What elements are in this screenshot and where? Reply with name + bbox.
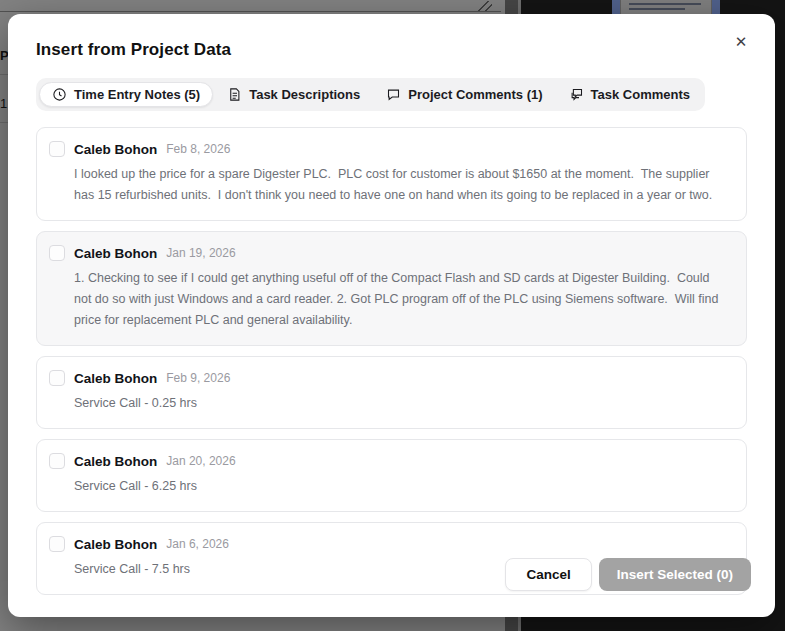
note-text: Service Call - 6.25 hrs	[74, 476, 730, 497]
background-row-divider	[0, 122, 8, 123]
note-list-item[interactable]: Caleb Bohon Jan 20, 2026 Service Call - …	[36, 439, 747, 512]
note-author: Caleb Bohon	[74, 142, 157, 157]
note-date: Feb 8, 2026	[166, 142, 230, 156]
note-checkbox[interactable]	[49, 141, 65, 157]
note-list-item[interactable]: Caleb Bohon Jan 19, 2026 1. Checking to …	[36, 231, 747, 346]
note-date: Jan 19, 2026	[166, 246, 235, 260]
background-textarea-edge	[0, 0, 501, 12]
background-scrollbar-strip	[712, 0, 720, 14]
note-author: Caleb Bohon	[74, 454, 157, 469]
note-header: Caleb Bohon Jan 19, 2026	[49, 245, 730, 261]
note-list-item[interactable]: Caleb Bohon Feb 9, 2026 Service Call - 0…	[36, 356, 747, 429]
tab-project-comments[interactable]: Project Comments (1)	[374, 82, 554, 107]
note-checkbox[interactable]	[49, 536, 65, 552]
dialog-tabbar: Time Entry Notes (5) Task Descriptions P…	[36, 78, 705, 111]
insert-from-project-data-dialog: Insert from Project Data ✕ Time Entry No…	[8, 14, 775, 617]
note-header: Caleb Bohon Feb 8, 2026	[49, 141, 730, 157]
note-date: Jan 6, 2026	[166, 537, 229, 551]
document-text-line	[629, 3, 701, 5]
textarea-resize-grip-icon	[476, 1, 492, 11]
background-row-divider	[0, 74, 8, 75]
comments-icon	[569, 87, 584, 102]
note-list-item[interactable]: Caleb Bohon Feb 8, 2026 I looked up the …	[36, 127, 747, 221]
note-checkbox[interactable]	[49, 370, 65, 386]
note-text: 1. Checking to see if I could get anythi…	[74, 268, 730, 331]
background-text-fragment: 1	[0, 96, 7, 111]
tab-task-comments[interactable]: Task Comments	[557, 82, 702, 107]
note-checkbox[interactable]	[49, 245, 65, 261]
note-header: Caleb Bohon Jan 6, 2026	[49, 536, 730, 552]
note-header: Caleb Bohon Jan 20, 2026	[49, 453, 730, 469]
insert-selected-button[interactable]: Insert Selected (0)	[599, 558, 751, 591]
tab-time-entry-notes[interactable]: Time Entry Notes (5)	[39, 82, 213, 107]
tab-label: Task Comments	[591, 87, 690, 102]
tab-label: Task Descriptions	[249, 87, 360, 102]
dialog-footer: Cancel Insert Selected (0)	[505, 558, 751, 591]
background-document-preview	[620, 0, 712, 14]
note-author: Caleb Bohon	[74, 537, 157, 552]
note-text: Service Call - 0.25 hrs	[74, 393, 730, 414]
dialog-title: Insert from Project Data	[36, 40, 747, 60]
close-icon: ✕	[735, 33, 748, 50]
note-checkbox[interactable]	[49, 453, 65, 469]
dialog-header: Insert from Project Data ✕	[36, 14, 747, 60]
tab-task-descriptions[interactable]: Task Descriptions	[215, 82, 372, 107]
close-button[interactable]: ✕	[727, 28, 755, 56]
note-author: Caleb Bohon	[74, 246, 157, 261]
tab-label: Time Entry Notes (5)	[74, 87, 200, 102]
note-author: Caleb Bohon	[74, 371, 157, 386]
document-icon	[227, 87, 242, 102]
tab-label: Project Comments (1)	[408, 87, 542, 102]
note-date: Feb 9, 2026	[166, 371, 230, 385]
note-text: I looked up the price for a spare Digest…	[74, 164, 730, 206]
time-entry-notes-list: Caleb Bohon Feb 8, 2026 I looked up the …	[36, 127, 747, 595]
note-header: Caleb Bohon Feb 9, 2026	[49, 370, 730, 386]
note-date: Jan 20, 2026	[166, 454, 235, 468]
cancel-button[interactable]: Cancel	[505, 558, 591, 591]
background-scrollbar-strip	[612, 0, 620, 14]
clock-icon	[52, 87, 67, 102]
document-text-line	[629, 8, 685, 10]
comment-icon	[386, 87, 401, 102]
